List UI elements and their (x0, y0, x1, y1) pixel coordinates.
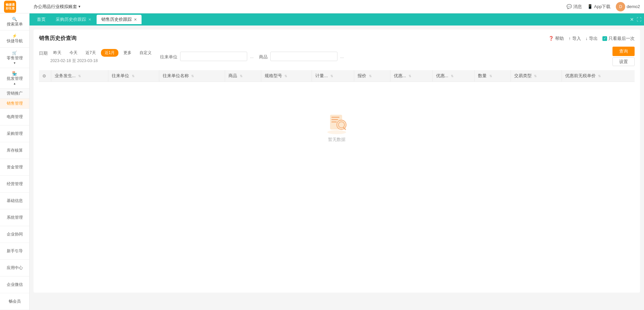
date-btn-7days[interactable]: 近7天 (83, 49, 99, 57)
content-area: 首页 采购历史价跟踪 ✕ 销售历史价跟踪 ✕ ✕ ⛶ 销售历史价查询 (30, 13, 644, 310)
import-icon: ↑ (569, 36, 571, 41)
col-partner-code[interactable]: 往来单位 ⇅ (108, 70, 159, 82)
logo-area: 畅捷通好生意 (4, 1, 34, 13)
sort-icon: ⇅ (78, 74, 81, 78)
message-label: 消息 (573, 4, 582, 10)
maximize-icon[interactable]: ⛶ (637, 17, 641, 22)
product-input[interactable] (270, 52, 337, 61)
sidebar-item-system[interactable]: 系统管理 (0, 209, 29, 226)
sidebar-item-enterprise-collab[interactable]: 企业协同 (0, 226, 29, 243)
sidebar-item-app-center[interactable]: 应用中心 (0, 260, 29, 276)
date-btn-today[interactable]: 今天 (66, 49, 80, 57)
tab-home[interactable]: 首页 (32, 15, 50, 24)
sidebar-item-search-label: 搜索菜单 (7, 21, 23, 27)
sidebar-item-search[interactable]: 🔍 搜索菜单 (0, 13, 29, 31)
page-title: 销售历史价查询 (39, 35, 76, 42)
chevron-up-icon: ▴ (14, 82, 15, 85)
only-last-checkbox[interactable]: ✓ 只看最后一次 (602, 36, 635, 42)
filter-actions: 查询 设置 (612, 47, 635, 66)
sidebar-item-marketing-label: 营销推广 (7, 91, 23, 96)
page-card: 销售历史价查询 ❓ 帮助 ↑ 导入 ↓ 导出 (34, 30, 640, 293)
user-profile[interactable]: D demo2 (616, 2, 640, 11)
sidebar-item-purchase-label: 采购管理 (7, 131, 23, 137)
product-ellipsis[interactable]: ... (340, 54, 344, 59)
sidebar-item-inventory[interactable]: 库存核算 (0, 142, 29, 159)
help-icon: ❓ (548, 36, 554, 41)
sort-icon: ⇅ (240, 74, 243, 78)
partner-label: 往来单位 (160, 53, 177, 60)
col-discount2[interactable]: 优惠... ⇅ (432, 70, 475, 82)
close-tab-icon[interactable]: ✕ (630, 17, 634, 22)
import-button[interactable]: ↑ 导入 (569, 36, 581, 42)
table-header: ⚙ 业务发生... ⇅ 往来单位 ⇅ (39, 70, 635, 82)
partner-ellipsis[interactable]: ... (250, 54, 254, 59)
sort-icon: ⇅ (489, 74, 492, 78)
app-selector[interactable]: 办公用品行业模拟账套 ▾ (34, 4, 567, 10)
partner-input[interactable] (180, 52, 247, 61)
query-button[interactable]: 查询 (612, 47, 635, 56)
tab-purchase-close-icon[interactable]: ✕ (88, 17, 91, 22)
sidebar-item-ecommerce[interactable]: 电商管理 (0, 109, 29, 125)
col-spec[interactable]: 规格型号 ⇅ (261, 70, 312, 82)
sort-icon: ⇅ (409, 74, 411, 78)
sidebar-item-basicinfo[interactable]: 基础信息 (0, 193, 29, 209)
filter-row: 日期 昨天 今天 近7天 近1月 更多 自定义 2023-02-18 至 202… (39, 47, 635, 66)
date-btn-more[interactable]: 更多 (120, 49, 135, 57)
sidebar-item-enterprise-wechat[interactable]: 企业微信 (0, 276, 29, 293)
sidebar-item-purchase[interactable]: 采购管理 (0, 125, 29, 142)
sidebar-item-operations[interactable]: 经营管理 (0, 176, 29, 193)
app-logo: 畅捷通好生意 (4, 1, 16, 13)
sidebar-item-enterprise-collab-label: 企业协同 (7, 231, 23, 237)
checkbox-icon: ✓ (602, 36, 607, 41)
sidebar-item-retail[interactable]: 🛒 零售管理 ▾ (0, 48, 29, 68)
tab-sales-history[interactable]: 销售历史价跟踪 ✕ (97, 15, 142, 24)
sidebar-item-quicknav-label: 快捷导航 (7, 38, 23, 44)
col-trade-type[interactable]: 交易类型 ⇅ (511, 70, 561, 82)
col-qty[interactable]: 数量 ⇅ (475, 70, 511, 82)
tab-sales-close-icon[interactable]: ✕ (134, 17, 137, 22)
avatar: D (616, 2, 625, 11)
sidebar-item-wholesale[interactable]: 🏪 批发管理 ▴ (0, 68, 29, 89)
sidebar-item-vip[interactable]: 畅会员 (0, 293, 29, 310)
col-biz-date[interactable]: 业务发生... ⇅ (51, 70, 108, 82)
product-filter: 商品 ... (259, 52, 344, 61)
topbar-right: 💬 消息 📱 App下载 D demo2 (567, 2, 640, 11)
sidebar-item-quicknav[interactable]: ⚡ 快捷导航 (0, 31, 29, 48)
col-unit[interactable]: 计量... ⇅ (312, 70, 354, 82)
sidebar-item-newuser-guide[interactable]: 新手引导 (0, 243, 29, 260)
data-table: ⚙ 业务发生... ⇅ 往来单位 ⇅ (39, 70, 635, 82)
col-settings[interactable]: ⚙ (39, 70, 51, 82)
sidebar-item-sales-label: 销售管理 (7, 101, 23, 106)
settings-icon[interactable]: ⚙ (42, 73, 46, 79)
sort-icon: ⇅ (451, 74, 453, 78)
date-btn-custom[interactable]: 自定义 (137, 49, 155, 57)
col-partner-name[interactable]: 往来单位名称 ⇅ (159, 70, 225, 82)
help-button[interactable]: ❓ 帮助 (548, 36, 564, 42)
tabbar-right: ✕ ⛶ (630, 17, 641, 22)
sidebar-item-finance-label: 资金管理 (7, 164, 23, 170)
empty-text: 暂无数据 (328, 137, 345, 143)
sidebar-item-finance[interactable]: 资金管理 (0, 159, 29, 176)
date-btn-yesterday[interactable]: 昨天 (50, 49, 64, 57)
date-btn-1month[interactable]: 近1月 (101, 49, 119, 57)
sidebar: 🔍 搜索菜单 ⚡ 快捷导航 🛒 零售管理 ▾ 🏪 批发管理 ▴ 营销推广 销售管… (0, 13, 30, 310)
chevron-down-icon: ▾ (78, 4, 80, 9)
message-button[interactable]: 💬 消息 (567, 4, 582, 10)
app-download-button[interactable]: 📱 App下载 (587, 4, 610, 10)
svg-rect-4 (331, 121, 337, 122)
sort-icon: ⇅ (132, 74, 135, 78)
sidebar-item-sales[interactable]: 销售管理 (0, 99, 29, 109)
col-product[interactable]: 商品 ⇅ (225, 70, 261, 82)
col-discount1[interactable]: 优惠... ⇅ (390, 70, 432, 82)
product-label: 商品 (259, 53, 268, 60)
sidebar-item-newuser-guide-label: 新手引导 (7, 248, 23, 254)
download-icon: 📱 (587, 4, 593, 9)
tab-purchase-history[interactable]: 采购历史价跟踪 ✕ (51, 15, 96, 24)
table-container: ⚙ 业务发生... ⇅ 往来单位 ⇅ (39, 70, 635, 82)
user-label: demo2 (627, 4, 640, 9)
export-button[interactable]: ↓ 导出 (586, 36, 598, 42)
col-price[interactable]: 报价 ⇅ (354, 70, 390, 82)
settings-button[interactable]: 设置 (612, 57, 635, 66)
col-tax-free-price[interactable]: 优惠前无税单价 ⇅ (561, 70, 635, 82)
sidebar-item-marketing[interactable]: 营销推广 (0, 89, 29, 99)
